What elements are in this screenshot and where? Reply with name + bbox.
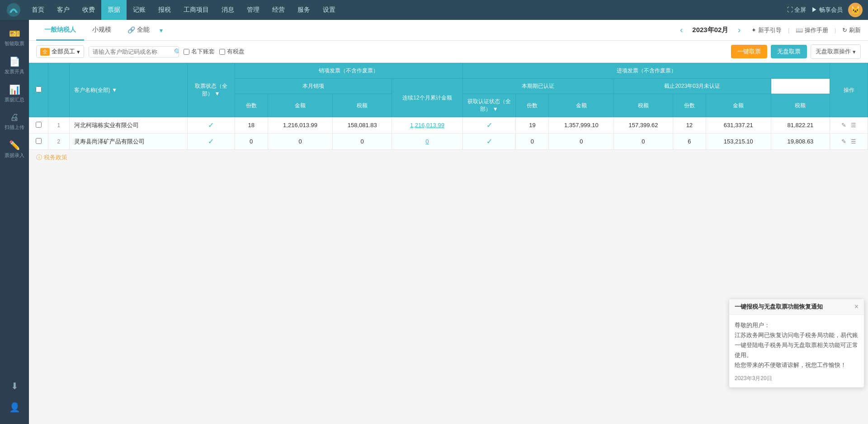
row2-checkbox-cell [29,133,48,150]
tax-policy-link[interactable]: 税务政策 [44,153,67,162]
manual-btn[interactable]: 📖 操作手册 [796,26,828,34]
row2-cumulative-link[interactable]: 0 [425,138,429,145]
new-guide-btn[interactable]: ✦ 新手引导 [751,26,782,34]
sidebar-bottom: ⬇ 👤 [7,376,22,424]
tab-small[interactable]: 小规模 [84,20,119,41]
top-nav: 首页 客户 收费 票据 记账 报税 工商项目 消息 管理 经营 服务 设置 ⛶ … [0,0,868,20]
my-accounts-checkbox[interactable] [184,49,189,55]
sidebar-item-user[interactable]: 👤 [7,397,22,419]
row1-uncert-pieces: 12 [673,117,706,133]
row1-cumulative[interactable]: 1,216,013.99 [392,117,463,133]
table-row: 2 灵寿县尚泽矿产品有限公司 ✓ 0 0 0 0 ✓ 0 0 [29,133,868,150]
notif-title: 一键报税与无盘取票功能恢复通知 [735,303,823,311]
sidebar-item-smart-fetch[interactable]: 🎫 智能取票 [0,24,29,52]
sidebar-item-download[interactable]: ⬇ [7,376,22,397]
refresh-btn[interactable]: ↻ 刷新 [842,26,861,34]
th-client-name: 客户名称(全部) ▼ [69,63,187,117]
nav-service[interactable]: 服务 [291,0,316,20]
row1-fetch-status: ✓ [188,117,235,133]
row2-fetch-status-icon: ✓ [208,138,214,145]
next-month-btn[interactable]: › [734,24,744,37]
tabs-dropdown-btn[interactable]: ▾ [160,27,163,34]
client-name-filter-icon[interactable]: ▼ [112,87,117,93]
nav-operation[interactable]: 经营 [266,0,291,20]
fullscreen-btn[interactable]: ⛶ 全屏 [787,6,807,14]
sidebar-item-entry[interactable]: ✏️ 票据录入 [0,135,29,163]
notif-body-text: 江苏政务网已恢复访问电子税务局功能，易代账一键登陆电子税务局与无盘取票相关功能可… [735,330,859,360]
row1-checkbox-cell [29,117,48,133]
nav-billing[interactable]: 收费 [76,0,101,20]
avatar[interactable]: 🐱 [848,3,863,17]
search-input[interactable] [89,47,170,57]
sidebar-item-entry-label: 票据录入 [5,152,24,159]
row1-detail-btn[interactable]: ☰ [851,122,856,129]
th-purchase-invoice: 进项发票（不含作废票） [462,63,830,79]
th-cumulative: 连续12个月累计金额 [392,79,463,117]
th-checkbox [29,63,48,117]
sidebar-item-issue[interactable]: 📄 发票开具 [0,52,29,80]
th-cert-tax: 税额 [614,94,673,117]
row2-client-name: 灵寿县尚泽矿产品有限公司 [69,133,187,150]
search-button[interactable]: 🔍 [170,47,179,57]
has-tax-label: 有税盘 [227,48,245,56]
nav-clients[interactable]: 客户 [51,0,76,20]
row1-cert-tax: 157,399.62 [614,117,673,133]
month-nav: ‹ 2023年02月 › [676,24,744,37]
th-current-period-certified: 本期期已认证 [462,79,613,94]
employee-filter[interactable]: 全 全部员工 ▾ [36,45,84,58]
nav-items: 首页 客户 收费 票据 记账 报税 工商项目 消息 管理 经营 服务 设置 [25,0,787,20]
nav-settings[interactable]: 设置 [316,0,342,20]
row2-cert-pieces: 0 [516,133,549,150]
fetch-status-filter-icon[interactable]: ▼ [215,91,220,97]
select-all-checkbox[interactable] [36,86,42,92]
sidebar-item-summary[interactable]: 📊 票据汇总 [0,80,29,108]
row1-uncert-amount: 631,337.21 [706,117,771,133]
notif-scroll: 尊敬的用户： 江苏政务网已恢复访问电子税务局功能，易代账一键登陆电子税务局与无盘… [729,315,864,387]
cert-status-filter-icon[interactable]: ▼ [493,106,498,112]
tab-all[interactable]: 🔗 全能 [119,20,158,41]
row2-amount: 0 [268,133,333,150]
nav-tax[interactable]: 报税 [152,0,177,20]
row1-cert-status-icon: ✓ [486,121,492,129]
notif-greeting: 尊敬的用户： [735,320,859,330]
tab-general[interactable]: 一般纳税人 [36,20,84,41]
row1-uncert-tax: 81,822.21 [771,117,830,133]
row1-edit-btn[interactable]: ✎ [841,122,846,129]
row2-detail-btn[interactable]: ☰ [851,138,856,145]
row2-edit-btn[interactable]: ✎ [841,138,846,145]
download-icon: ⬇ [11,381,19,391]
row2-uncert-amount: 153,215.10 [706,133,771,150]
nav-manage[interactable]: 管理 [241,0,266,20]
no-disk-ops-btn[interactable]: 无盘取票操作 ▾ [811,44,861,59]
row1-cert-pieces: 19 [516,117,549,133]
th-cert-pieces2: 份数 [516,94,549,117]
notif-date: 2023年3月20日 [735,374,859,383]
th-num [48,63,69,117]
row1-cumulative-link[interactable]: 1,216,013.99 [410,122,444,129]
row2-checkbox[interactable] [36,138,42,144]
nav-right: ⛶ 全屏 ▶ 畅享会员 🐱 [787,3,863,17]
row1-tax: 158,081.83 [333,117,392,133]
my-accounts-checkbox-label[interactable]: 名下账套 [184,48,215,56]
nav-message[interactable]: 消息 [215,0,241,20]
notification-popup: 一键报税与无盘取票功能恢复通知 × 尊敬的用户： 江苏政务网已恢复访问电子税务局… [729,299,864,388]
nav-home[interactable]: 首页 [25,0,51,20]
prev-month-btn[interactable]: ‹ [676,24,686,37]
one-click-fetch-btn[interactable]: 一键取票 [731,45,767,58]
nav-business[interactable]: 工商项目 [177,0,215,20]
th-operations: 操作 [830,63,868,117]
has-tax-checkbox-label[interactable]: 有税盘 [219,48,245,56]
sidebar-item-issue-label: 发票开具 [5,68,24,75]
my-accounts-label: 名下账套 [191,48,215,56]
tab-bar: 一般纳税人 小规模 🔗 全能 ▾ ‹ 2023年02月 › ✦ 新手引导 | 📖… [29,20,868,41]
no-disk-fetch-btn[interactable]: 无盘取票 [771,45,807,58]
row2-cumulative[interactable]: 0 [392,133,463,150]
has-tax-checkbox[interactable] [219,49,225,55]
sidebar-item-scan[interactable]: 🖨 扫描上传 [0,108,29,135]
smart-fetch-icon: 🎫 [9,28,20,39]
member-btn[interactable]: ▶ 畅享会员 [811,6,843,14]
notif-close-btn[interactable]: × [854,303,859,311]
nav-invoice[interactable]: 票据 [101,0,127,20]
row1-checkbox[interactable] [36,122,42,128]
nav-accounting[interactable]: 记账 [127,0,152,20]
